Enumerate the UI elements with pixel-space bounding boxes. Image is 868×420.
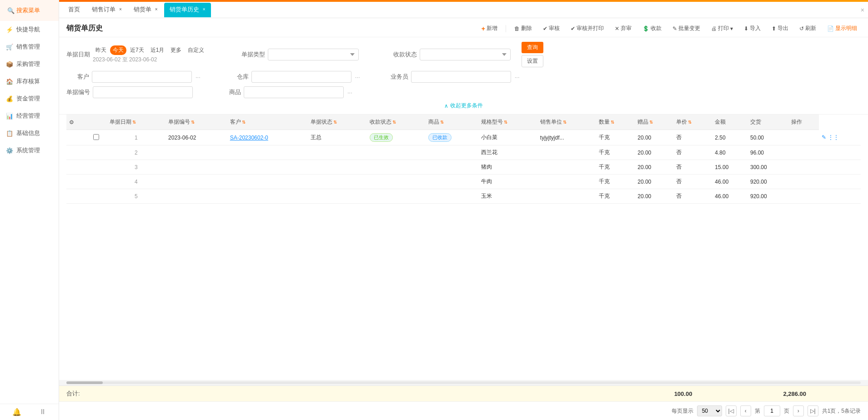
row-checkbox-2[interactable] [86,160,107,175]
last-page-btn[interactable]: ▷| [808,405,818,416]
row-gear-2 [66,160,86,175]
goods-select-icon[interactable]: ··· [347,89,352,96]
first-page-btn[interactable]: |◁ [726,405,737,416]
filter-warehouse: 仓库 ··· [226,71,360,83]
sidebar-item-operations[interactable]: 📊经营管理 [0,107,59,125]
prev-page-btn[interactable]: ‹ [740,405,751,416]
date-shortcut-自定义[interactable]: 自定义 [185,45,207,55]
tab-label-home: 首页 [68,5,80,14]
row-check-input[interactable] [93,134,99,140]
tab-sales-delivery[interactable]: 销货单× [128,3,163,17]
action-more-icon[interactable]: ⋮⋮ [828,134,839,140]
notification-icon[interactable]: 🔔 [12,408,21,416]
nav-icon-operations: 📊 [5,112,14,120]
doc-number-link[interactable]: SA-20230602-0 [230,135,268,141]
query-button[interactable]: 查询 [522,42,543,53]
sidebar-search-area[interactable]: 🔍 搜索菜单 [0,0,59,21]
sidebar-item-quick-nav[interactable]: ⚡快捷导航 [0,21,59,38]
col-header-unit[interactable]: 销售单位⇅ [537,115,596,130]
customer-input[interactable] [92,71,192,83]
scroll-thumb[interactable] [66,381,103,384]
row-checkbox-1[interactable] [86,145,107,160]
col-header-qty[interactable]: 数量⇅ [596,115,635,130]
pause-icon[interactable]: ⏸ [39,408,46,416]
date-shortcut-今天[interactable]: 今天 [110,45,126,55]
search-menu-btn[interactable]: 🔍 搜索菜单 [4,4,55,17]
col-header-goods[interactable]: 商品⇅ [426,115,478,130]
scroll-bar[interactable] [59,380,868,385]
row-checkbox-3[interactable] [86,175,107,189]
goods-input[interactable] [244,86,344,98]
import-icon: ⬇ [744,25,748,32]
cell-date-3 [166,175,227,189]
cell-pay_status-3 [426,175,478,189]
next-page-btn[interactable]: › [793,405,804,416]
sort-icon-date: ⇅ [132,120,136,125]
toolbar-refresh-btn[interactable]: ↺刷新 [796,23,820,34]
date-shortcut-昨天[interactable]: 昨天 [93,45,109,55]
sort-icon-price: ⇅ [688,120,692,125]
salesperson-input[interactable] [411,71,511,83]
nav-icon-sales-mgmt: 🛒 [5,43,14,51]
action-edit-icon[interactable]: ✎ [822,134,826,140]
sidebar-item-inventory[interactable]: 🏠库存核算 [0,73,59,90]
page-size-select[interactable]: 50 20 100 [697,405,722,416]
toolbar-show-detail-btn[interactable]: 📄显示明细 [823,23,861,34]
settings-button[interactable]: 设置 [522,55,543,67]
toolbar-audit-print-btn[interactable]: ✔审核并打印 [567,23,607,34]
tab-close-sales-order[interactable]: × [119,7,122,12]
tab-sales-history[interactable]: 销货单历史× [164,3,211,17]
col-header-gift[interactable]: 赠品⇅ [635,115,673,130]
collect-icon: 💲 [642,25,649,32]
export-icon: ⬆ [772,25,776,32]
col-header-doc_status[interactable]: 单据状态⇅ [308,115,366,130]
toolbar-collect-btn[interactable]: 💲收款 [639,23,665,34]
tab-close-sales-delivery[interactable]: × [155,7,158,12]
customer-select-icon[interactable]: ··· [196,74,201,80]
page-number-input[interactable] [764,405,780,416]
toolbar-export-btn[interactable]: ⬆导出 [768,23,792,34]
col-header-pay_status[interactable]: 收款状态⇅ [367,115,426,130]
toolbar-print-btn[interactable]: 🖨打印▾ [707,23,737,34]
date-shortcut-近7天[interactable]: 近7天 [127,45,147,55]
collapse-filter-btn[interactable]: ∧ 收起更多条件 [66,102,861,110]
customer-label: 客户 [66,73,89,81]
row-checkbox-0[interactable] [86,130,107,145]
sidebar-item-sales-mgmt[interactable]: 🛒销售管理 [0,38,59,55]
pay-status-select[interactable] [420,49,511,60]
cell-unit-2: 千克 [596,160,635,175]
col-header-number[interactable]: 单据编号⇅ [166,115,227,130]
sort-icon-number: ⇅ [191,120,195,125]
cell-action-2 [819,160,861,175]
date-shortcut-近1月[interactable]: 近1月 [148,45,167,55]
toolbar-audit-btn[interactable]: ✔审核 [539,23,563,34]
cell-customer-0: 王总 [308,130,366,145]
doc-type-select[interactable] [268,49,359,60]
warehouse-select-icon[interactable]: ··· [355,74,360,80]
col-header-date[interactable]: 单据日期⇅ [107,115,166,130]
toolbar-batch-change-btn[interactable]: ✎批量变更 [669,23,704,34]
date-shortcut-更多[interactable]: 更多 [168,45,184,55]
col-header-price[interactable]: 单价⇅ [673,115,712,130]
content-area: 销货单历史 +新增🗑删除✔审核✔审核并打印✕弃审💲收款✎批量变更🖨打印▾⬇导入⬆… [59,18,868,420]
col-header-spec[interactable]: 规格型号⇅ [478,115,537,130]
sidebar-item-purchase-mgmt[interactable]: 📦采购管理 [0,55,59,73]
sidebar-item-sys-mgmt[interactable]: ⚙️系统管理 [0,142,59,159]
tab-home[interactable]: 首页 [63,3,85,17]
toolbar-import-btn[interactable]: ⬇导入 [740,23,764,34]
toolbar-delete-btn[interactable]: 🗑删除 [511,23,536,34]
col-header-amount: 金额 [712,115,748,130]
tab-close-sales-history[interactable]: × [203,7,206,12]
sidebar: 🔍 搜索菜单 ⚡快捷导航🛒销售管理📦采购管理🏠库存核算💰资金管理📊经营管理📋基础… [0,0,59,420]
sidebar-item-finance[interactable]: 💰资金管理 [0,90,59,107]
toolbar-new-btn[interactable]: +新增 [478,23,501,34]
warehouse-input[interactable] [251,71,351,83]
sidebar-item-basic-info[interactable]: 📋基础信息 [0,125,59,142]
toolbar-abandon-btn[interactable]: ✕弃审 [611,23,635,34]
tab-bar-close-btn[interactable]: × [861,6,864,14]
col-header-customer[interactable]: 客户⇅ [227,115,308,130]
row-checkbox-4[interactable] [86,189,107,204]
tab-sales-order[interactable]: 销售订单× [86,3,127,17]
doc-number-input[interactable] [93,86,193,98]
salesperson-select-icon[interactable]: ··· [515,74,520,80]
